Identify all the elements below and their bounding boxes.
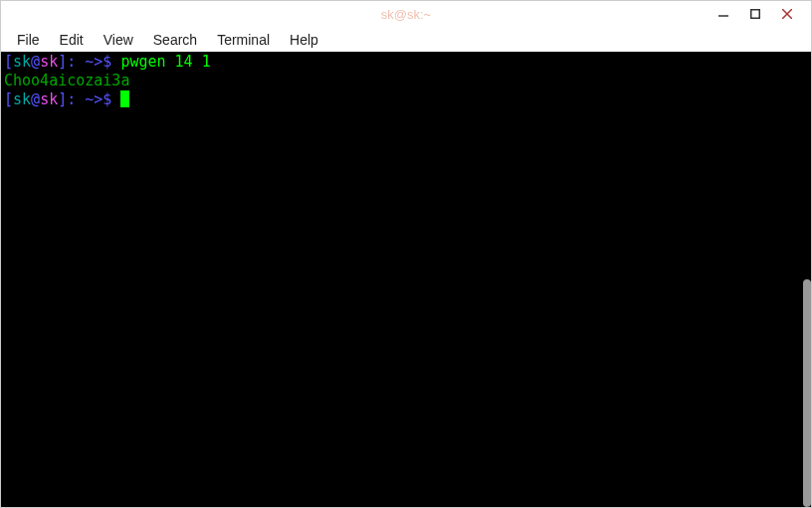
output-text: Choo4aicozai3a bbox=[4, 72, 129, 89]
prompt-at: @ bbox=[31, 90, 40, 108]
menu-terminal[interactable]: Terminal bbox=[207, 29, 280, 51]
menu-view[interactable]: View bbox=[94, 29, 143, 51]
prompt-path: ~> bbox=[85, 90, 102, 108]
prompt-at: @ bbox=[31, 53, 40, 71]
maximize-icon bbox=[750, 9, 760, 19]
maximize-button[interactable] bbox=[739, 2, 771, 26]
menubar: File Edit View Search Terminal Help bbox=[1, 27, 811, 52]
titlebar: sk@sk:~ bbox=[1, 1, 811, 27]
prompt-path: ~> bbox=[85, 53, 102, 71]
prompt-dollar: $ bbox=[102, 53, 120, 71]
menu-edit[interactable]: Edit bbox=[50, 29, 94, 51]
close-button[interactable] bbox=[771, 2, 803, 26]
bracket-close: ]: bbox=[58, 53, 85, 71]
prompt-host: sk bbox=[40, 90, 58, 108]
bracket-open: [ bbox=[4, 90, 13, 108]
scrollbar-thumb[interactable] bbox=[803, 279, 811, 507]
window-title: sk@sk:~ bbox=[381, 7, 431, 22]
scrollbar[interactable] bbox=[801, 52, 811, 507]
minimize-icon bbox=[718, 9, 728, 19]
menu-search[interactable]: Search bbox=[143, 29, 207, 51]
bracket-open: [ bbox=[4, 53, 13, 71]
menu-help[interactable]: Help bbox=[280, 29, 328, 51]
prompt-dollar: $ bbox=[102, 90, 120, 108]
prompt-user: sk bbox=[13, 90, 31, 108]
menu-file[interactable]: File bbox=[7, 29, 50, 51]
terminal-area[interactable]: [sk@sk]: ~>$ pwgen 14 1 Choo4aicozai3a [… bbox=[1, 52, 811, 507]
bracket-close: ]: bbox=[58, 90, 85, 108]
svg-rect-1 bbox=[751, 10, 760, 19]
cursor bbox=[120, 90, 129, 107]
window-controls bbox=[708, 2, 811, 26]
close-icon bbox=[782, 9, 792, 19]
prompt-user: sk bbox=[13, 53, 31, 71]
prompt-host: sk bbox=[40, 53, 58, 71]
minimize-button[interactable] bbox=[708, 2, 739, 26]
command-text: pwgen 14 1 bbox=[120, 53, 210, 71]
terminal-content[interactable]: [sk@sk]: ~>$ pwgen 14 1 Choo4aicozai3a [… bbox=[1, 52, 801, 507]
